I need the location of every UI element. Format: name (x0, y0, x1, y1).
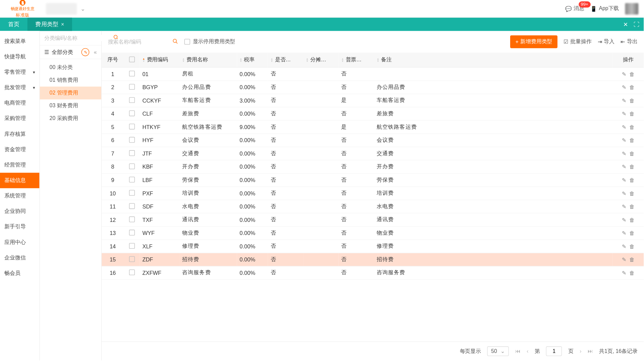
sidebar-item-0[interactable]: 搜索菜单 (0, 34, 39, 49)
edit-icon[interactable]: ✎ (622, 111, 626, 117)
col-is1[interactable]: ▲▼是否… (268, 53, 303, 67)
category-item-3[interactable]: 03 财务费用 (40, 100, 101, 112)
user-avatar[interactable] (625, 3, 639, 14)
edit-icon[interactable]: ✎ (622, 256, 626, 262)
tab-home[interactable]: 首页 (0, 18, 28, 31)
delete-icon[interactable]: 🗑 (629, 137, 635, 143)
category-item-2[interactable]: 02 管理费用 (40, 86, 101, 99)
prev-page-button[interactable]: ‹ (527, 348, 528, 354)
cell-check[interactable] (124, 67, 140, 81)
table-row[interactable]: 15ZDF招待费0.00%否否招待费✎🗑 (102, 253, 644, 266)
edit-icon[interactable]: ✎ (622, 270, 626, 276)
cell-check[interactable] (124, 94, 140, 107)
cell-check[interactable] (124, 120, 140, 134)
new-fee-type-button[interactable]: + 新增费用类型 (510, 35, 557, 48)
delete-icon[interactable]: 🗑 (629, 98, 635, 104)
table-row[interactable]: 9LBF劳保费0.00%否否劳保费✎🗑 (102, 173, 644, 187)
close-all-icon[interactable]: ✕ (623, 21, 628, 28)
delete-icon[interactable]: 🗑 (629, 270, 635, 276)
table-row[interactable]: 4CLF差旅费0.00%否否差旅费✎🗑 (102, 107, 644, 121)
cell-check[interactable] (124, 134, 140, 147)
delete-icon[interactable]: 🗑 (629, 124, 635, 130)
table-row[interactable]: 7JTF交通费0.00%否否交通费✎🗑 (102, 147, 644, 160)
table-row[interactable]: 8KBF开办费0.00%否否开办费✎🗑 (102, 160, 644, 174)
delete-icon[interactable]: 🗑 (629, 164, 635, 170)
delete-icon[interactable]: 🗑 (629, 150, 635, 157)
cell-check[interactable] (124, 240, 140, 253)
export-button[interactable]: ⇤ 导出 (621, 38, 637, 45)
org-selector-blur[interactable] (46, 3, 77, 14)
collapse-panel-icon[interactable]: « (94, 49, 97, 55)
edit-icon[interactable]: ✎ (622, 84, 626, 90)
cell-check[interactable] (124, 173, 140, 187)
cell-check[interactable] (124, 187, 140, 200)
cell-check[interactable] (124, 253, 140, 266)
table-row[interactable]: 3CCKYF车船客运费3.00%否是车船客运费✎🗑 (102, 94, 644, 107)
table-row[interactable]: 5HTKYF航空铁路客运费9.00%否是航空铁路客运费✎🗑 (102, 120, 644, 134)
cell-check[interactable] (124, 213, 140, 227)
category-item-0[interactable]: 00 未分类 (40, 61, 101, 74)
page-size-select[interactable]: 50 ⌄ (487, 346, 509, 356)
delete-icon[interactable]: 🗑 (629, 230, 635, 236)
edit-icon[interactable]: ✎ (622, 177, 626, 183)
chevron-down-icon[interactable]: ⌄ (80, 5, 85, 12)
fullscreen-icon[interactable]: ⛶ (634, 21, 639, 28)
batch-ops-button[interactable]: ☑ 批量操作 (564, 38, 591, 45)
edit-icon[interactable]: ✎ (622, 124, 626, 130)
close-icon[interactable]: × (61, 21, 64, 27)
sidebar-item-6[interactable]: 库存核算 (0, 126, 39, 142)
first-page-button[interactable]: ⏮ (515, 348, 521, 354)
sidebar-item-11[interactable]: 企业协同 (0, 204, 39, 219)
sidebar-item-13[interactable]: 应用中心 (0, 235, 39, 250)
category-item-1[interactable]: 01 销售费用 (40, 74, 101, 86)
table-row[interactable]: 13WYF物业费0.00%否否物业费✎🗑 (102, 226, 644, 240)
col-name[interactable]: ▲▼费用名称 (179, 53, 237, 67)
messages-button[interactable]: 💬 消息 99+ (565, 5, 584, 12)
delete-icon[interactable]: 🗑 (629, 203, 635, 209)
cell-check[interactable] (124, 160, 140, 174)
sidebar-item-5[interactable]: 采购管理 (0, 111, 39, 126)
cell-check[interactable] (124, 81, 140, 94)
col-seq[interactable]: 序号 (102, 53, 124, 67)
edit-icon[interactable]: ✎ (622, 190, 626, 196)
edit-icon[interactable]: ✎ (622, 243, 626, 249)
edit-icon[interactable]: ✎ (622, 164, 626, 170)
delete-icon[interactable]: 🗑 (629, 177, 635, 183)
edit-icon[interactable]: ✎ (622, 137, 626, 143)
table-row[interactable]: 16ZXFWF咨询服务费0.00%否否咨询服务费✎🗑 (102, 266, 644, 280)
edit-icon[interactable]: ✎ (622, 203, 626, 209)
table-row[interactable]: 12TXF通讯费0.00%否否通讯费✎🗑 (102, 213, 644, 227)
sidebar-item-9[interactable]: 基础信息 (0, 173, 39, 188)
sidebar-item-10[interactable]: 系统管理 (0, 188, 39, 203)
sidebar-item-8[interactable]: 经营管理 (0, 157, 39, 173)
edit-icon[interactable]: ✎ (622, 98, 626, 104)
col-remark[interactable]: ▲▼备注 (374, 53, 613, 67)
table-row[interactable]: 10PXF培训费0.00%否否培训费✎🗑 (102, 187, 644, 200)
delete-icon[interactable]: 🗑 (629, 84, 635, 90)
sidebar-item-14[interactable]: 企业微信 (0, 250, 39, 265)
cell-check[interactable] (124, 266, 140, 280)
sidebar-item-4[interactable]: 电商管理 (0, 96, 39, 111)
edit-category-icon[interactable]: ✎ (82, 48, 90, 56)
cell-check[interactable] (124, 226, 140, 240)
edit-icon[interactable]: ✎ (622, 217, 626, 223)
table-row[interactable]: 6HYF会议费0.00%否否会议费✎🗑 (102, 134, 644, 147)
app-download-button[interactable]: 📱 App下载 (590, 5, 619, 12)
next-page-button[interactable]: › (580, 348, 581, 354)
delete-icon[interactable]: 🗑 (629, 256, 635, 262)
last-page-button[interactable]: ⏭ (588, 348, 593, 354)
search-input[interactable] (108, 39, 170, 45)
sidebar-item-3[interactable]: 批发管理▾ (0, 80, 39, 96)
category-search-input[interactable] (44, 35, 111, 41)
edit-icon[interactable]: ✎ (622, 230, 626, 236)
all-categories-label[interactable]: 全部分类 (52, 48, 73, 56)
sidebar-item-7[interactable]: 资金管理 (0, 142, 39, 157)
delete-icon[interactable]: 🗑 (629, 217, 635, 223)
sidebar-item-2[interactable]: 零售管理▾ (0, 64, 39, 80)
sidebar-item-12[interactable]: 新手引导 (0, 219, 39, 235)
sidebar-item-15[interactable]: 畅会员 (0, 265, 39, 281)
show-disabled-checkbox[interactable]: 显示停用费用类型 (184, 38, 235, 45)
col-ptax[interactable]: ▲▼普票… (339, 53, 374, 67)
import-button[interactable]: ⇥ 导入 (598, 38, 614, 45)
category-item-4[interactable]: 20 采购费用 (40, 112, 101, 125)
